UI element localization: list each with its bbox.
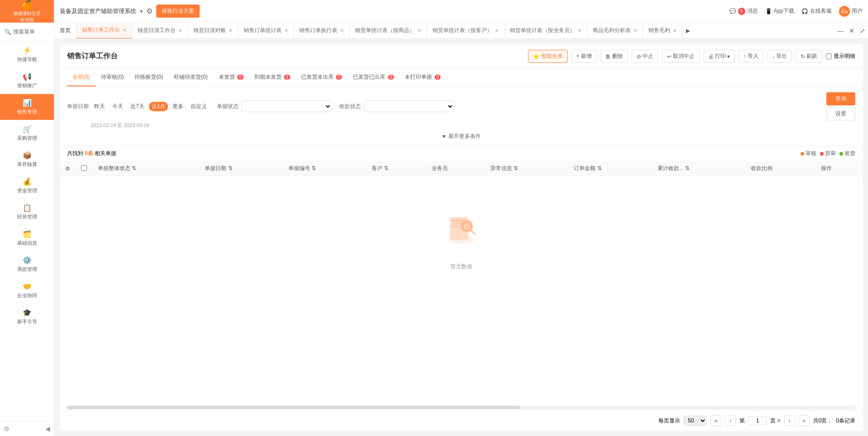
tab-sales-prod-close[interactable]: ✕ (417, 28, 421, 33)
sidebar-item-sales[interactable]: 📊 销售管理 (0, 94, 54, 120)
col-checkbox[interactable] (76, 161, 92, 176)
show-detail-label[interactable]: 显示明细 (826, 52, 855, 60)
tab-sales-customer[interactable]: 销货单统计表（按客户） ✕ (427, 23, 504, 39)
tab-close-all-btn[interactable]: ✕ (846, 27, 857, 34)
page-input[interactable] (748, 416, 767, 425)
sidebar-item-guide[interactable]: 🎓 新手引导 (0, 304, 54, 330)
import-btn[interactable]: ↑ 导入 (739, 50, 763, 63)
tab-sales-exec[interactable]: 销售订单执行表 ✕ (294, 23, 350, 39)
col-status[interactable]: 单据整体状态 ⇅ (92, 161, 199, 176)
date-btn-7days[interactable]: 近7天 (128, 102, 147, 111)
tab-sales-stat[interactable]: 销售订单统计表 ✕ (238, 23, 294, 39)
sub-tab-shipped-no-out[interactable]: 已发货未出库 0 (296, 69, 348, 86)
col-amount[interactable]: 订单金额 ⇅ (568, 161, 652, 176)
sidebar-item-corp[interactable]: 🤝 企业协同 (0, 278, 54, 304)
sub-tab-shipped-out[interactable]: 已发货已出库 0 (347, 69, 399, 86)
tab-sales-stat-close[interactable]: ✕ (284, 28, 288, 33)
next-page-btn[interactable]: › (784, 415, 795, 426)
message-btn[interactable]: 💬 6 消息 (729, 7, 758, 15)
reject-action-btn[interactable]: 弃审 (820, 150, 836, 157)
collapse-btn[interactable]: ◀ (45, 425, 50, 432)
industry-btn[interactable]: 体验行业方案 (156, 5, 200, 18)
ship-action-btn[interactable]: 发货 (839, 150, 855, 157)
delete-btn[interactable]: 🗑 删除 (600, 50, 628, 63)
select-all-checkbox[interactable] (81, 165, 87, 171)
tab-expand-btn[interactable]: ⤢ (857, 27, 868, 34)
print-btn[interactable]: 🖨 打印 ▾ (703, 50, 735, 63)
system-dropdown-btn[interactable]: ▾ (140, 8, 143, 14)
col-received[interactable]: 累计收款... ⇅ (652, 161, 745, 176)
sidebar-item-system[interactable]: ⚙️ 系统管理 (0, 251, 54, 278)
tab-gross-profit-close[interactable]: ✕ (633, 28, 637, 33)
tab-home[interactable]: 首页 (54, 23, 77, 39)
stop-btn[interactable]: ⊘ 中止 (632, 50, 658, 63)
sub-tab-no-print[interactable]: 未打印单据 0 (399, 69, 446, 86)
tab-sales-workbench[interactable]: 销售订单工作台 ✕ (77, 23, 132, 39)
scrollbar-thumb[interactable] (67, 406, 520, 409)
horizontal-scrollbar[interactable] (60, 405, 863, 410)
tab-sales-staff[interactable]: 销货单统计表（按业务员） ✕ (504, 23, 587, 39)
new-btn[interactable]: + 新增 (571, 50, 597, 63)
page-size-select[interactable]: 50 10 20 100 (684, 416, 707, 426)
payment-select[interactable] (364, 100, 454, 112)
tab-minimize-btn[interactable]: — (834, 27, 846, 34)
user-btn[interactable]: Ea 用户 (839, 6, 863, 17)
sub-tab-expired-ship[interactable]: 到期未发货 0 (249, 69, 296, 86)
app-download-btn[interactable]: 📱 App下载 (765, 7, 794, 15)
tab-sales-customer-close[interactable]: ✕ (495, 28, 499, 33)
tab-more-btn[interactable]: ▶ (682, 28, 694, 34)
sub-tab-all[interactable]: 全部(0) (67, 69, 96, 86)
tab-cash-reconcile[interactable]: 钱货日清对账 ✕ (188, 23, 238, 39)
col-staff[interactable]: 业务员 (426, 161, 485, 176)
search-menu-btn[interactable]: 🔍 搜索菜单 (3, 26, 51, 38)
refresh-btn[interactable]: ↻ 刷新 (796, 50, 822, 63)
col-settings[interactable]: ⚙ (60, 161, 76, 176)
date-btn-1month[interactable]: 近1月 (149, 102, 168, 111)
last-page-btn[interactable]: » (799, 415, 810, 426)
show-detail-checkbox[interactable] (826, 53, 832, 59)
date-btn-more[interactable]: 更多 (170, 102, 186, 111)
prev-page-btn[interactable]: ‹ (725, 415, 736, 426)
export-btn[interactable]: ↓ 导出 (767, 50, 792, 63)
tab-cash-reconcile-close[interactable]: ✕ (229, 28, 232, 33)
sidebar-item-quick-nav[interactable]: ⚡ 快捷导航 (0, 42, 54, 68)
sidebar-item-marketing[interactable]: 📢 营销推广 (0, 68, 54, 94)
col-number[interactable]: 单据编号 ⇅ (283, 161, 366, 176)
date-btn-today[interactable]: 今天 (110, 102, 126, 111)
tab-sales-exec-close[interactable]: ✕ (340, 28, 344, 33)
col-customer[interactable]: 客户 ⇅ (366, 161, 427, 176)
sub-tab-pending-check[interactable]: 待拣验货(0) (129, 69, 168, 86)
tab-gross-profit[interactable]: 商品毛利分析表 ✕ (587, 23, 643, 39)
settings-gear-btn[interactable]: ⚙ (4, 425, 10, 432)
date-btn-yesterday[interactable]: 昨天 (91, 102, 108, 111)
tab-cash-daily[interactable]: 钱货日清工作台 ✕ (132, 23, 188, 39)
sidebar-item-purchase[interactable]: 🛒 采购管理 (0, 120, 54, 147)
sub-tab-pending-audit[interactable]: 待审核(0) (96, 69, 129, 86)
expand-conditions-btn[interactable]: ▼ 展开更多条件 (441, 133, 481, 140)
query-btn[interactable]: 查询 (826, 92, 855, 105)
table-scroll-area[interactable]: ⚙ 单据整体状态 ⇅ 单据日期 ⇅ (60, 161, 863, 405)
date-btn-custom[interactable]: 自定义 (188, 102, 210, 111)
online-service-btn[interactable]: 🎧 在线客服 (801, 7, 832, 15)
sidebar-item-capital[interactable]: 💰 资金管理 (0, 173, 54, 199)
tab-sales-staff-close[interactable]: ✕ (578, 28, 581, 33)
tab-sales-profit-close[interactable]: ✕ (673, 28, 676, 33)
sidebar-item-operation[interactable]: 📋 经营管理 (0, 199, 54, 225)
tab-sales-prod[interactable]: 销货单统计表（按商品） ✕ (350, 23, 427, 39)
smart-btn[interactable]: ⭐ 智能生单 (528, 50, 568, 63)
set-btn[interactable]: 设置 (826, 107, 855, 120)
sidebar-item-basic[interactable]: 🗂️ 基础信息 (0, 225, 54, 251)
sub-tab-no-ship[interactable]: 未发货 0 (213, 69, 249, 86)
first-page-btn[interactable]: « (710, 415, 721, 426)
cancel-stop-btn[interactable]: ↩ 取消中止 (662, 50, 700, 63)
sub-tab-wangpu[interactable]: 旺铺待发货(0) (168, 69, 213, 86)
col-date[interactable]: 单据日期 ⇅ (199, 161, 283, 176)
tab-sales-profit[interactable]: 销售毛利 ✕ (643, 23, 682, 39)
sidebar-item-inventory[interactable]: 📦 库存核算 (0, 147, 54, 173)
tab-cash-daily-close[interactable]: ✕ (178, 28, 182, 33)
tab-sales-workbench-close[interactable]: ✕ (123, 28, 126, 33)
col-abnormal[interactable]: 异常信息 ⇅ (485, 161, 568, 176)
audit-action-btn[interactable]: 审核 (801, 150, 816, 157)
status-select[interactable] (241, 100, 332, 112)
header-settings-btn[interactable]: ⚙ (146, 7, 153, 15)
